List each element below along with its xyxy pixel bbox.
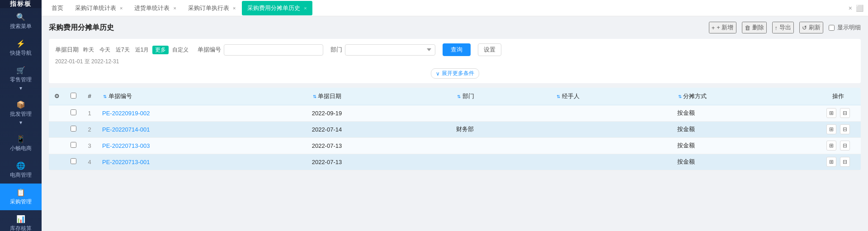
row-ops-3: ⊞ ⊟ [816, 154, 861, 170]
main-area: 首页 采购订单统计表 × 进货单统计表 × 采购订单执行表 × 采购费用分摊单历… [42, 0, 868, 231]
row-checkbox-0[interactable] [65, 105, 81, 121]
row-ops-0: ⊞ ⊟ [816, 105, 861, 121]
row-dept-3 [452, 154, 551, 170]
row-view-btn-0[interactable]: ⊞ [826, 108, 836, 118]
tab-close-icon[interactable]: × [849, 5, 852, 12]
row-view-btn-3[interactable]: ⊞ [826, 157, 836, 167]
tab-close-purchase-order-exec[interactable]: × [233, 5, 236, 11]
date-btn-more[interactable]: 更多 [152, 46, 169, 54]
row-split-method-1: 按金额 [673, 121, 816, 137]
col-dept[interactable]: ⇅ 部门 [452, 88, 551, 105]
row-setting-0 [49, 105, 65, 121]
row-view-btn-2[interactable]: ⊞ [826, 141, 836, 151]
doc-no-link-2[interactable]: PE-20220713-003 [102, 142, 150, 149]
col-split-method[interactable]: ⇅ 分摊方式 [673, 88, 816, 105]
expand-down-icon: ∨ [436, 71, 440, 77]
doc-no-filter: 单据编号 [198, 44, 323, 56]
tab-purchase-cost-history[interactable]: 采购费用分摊单历史 × [242, 1, 312, 15]
col-num: # [81, 88, 98, 105]
tab-purchase-order-exec[interactable]: 采购订单执行表 × [183, 1, 241, 15]
row-dept-1: 财务部 [452, 121, 551, 137]
date-btn-yesterday[interactable]: 昨天 [81, 46, 96, 54]
tab-close-purchase-goods-summary[interactable]: × [173, 5, 176, 11]
tab-bar: 首页 采购订单统计表 × 进货单统计表 × 采购订单执行表 × 采购费用分摊单历… [42, 0, 868, 16]
col-setting[interactable]: ⚙ [49, 88, 65, 105]
row-split-method-2: 按金额 [673, 137, 816, 154]
row-doc-no-3[interactable]: PE-20220713-001 [98, 154, 307, 170]
date-btn-custom[interactable]: 自定义 [170, 46, 190, 54]
row-checkbox-1[interactable] [65, 121, 81, 137]
row-check-2[interactable] [71, 142, 76, 148]
tab-maximize-icon[interactable]: ⬜ [856, 5, 863, 12]
row-edit-btn-3[interactable]: ⊟ [840, 157, 850, 167]
col-ops: 操作 [816, 88, 861, 105]
refresh-button[interactable]: ↺ 刷新 [799, 22, 823, 33]
tab-purchase-order-summary[interactable]: 采购订单统计表 × [70, 1, 128, 15]
sidebar-item-purchase[interactable]: 📋 采购管理 [0, 184, 42, 210]
sidebar-item-retail[interactable]: 🛒 零售管理 ▾ [0, 61, 42, 96]
row-edit-btn-1[interactable]: ⊟ [840, 124, 850, 134]
sidebar-item-wholesale[interactable]: 📦 批发管理 ▾ [0, 96, 42, 130]
date-shortcuts: 昨天 今天 近7天 近1月 更多 自定义 [81, 46, 190, 54]
row-dept-0 [452, 105, 551, 121]
table-row: 4 PE-20220713-001 2022-07-13 按金额 ⊞ ⊟ [49, 154, 861, 170]
export-button[interactable]: ↑ 导出 [772, 22, 794, 33]
row-checkbox-2[interactable] [65, 137, 81, 154]
sidebar-item-ecommerce[interactable]: 🌐 电商管理 [0, 157, 42, 184]
col-doc-no[interactable]: ⇅ 单据编号 [98, 88, 307, 105]
row-doc-no-0[interactable]: PE-20220919-002 [98, 105, 307, 121]
row-edit-btn-2[interactable]: ⊟ [840, 141, 850, 151]
expand-more-button[interactable]: ∨ 展开更多条件 [431, 68, 479, 79]
sidebar-item-search[interactable]: 🔍 搜索菜单 [0, 8, 42, 35]
tab-home[interactable]: 首页 [46, 1, 69, 15]
sidebar-item-quick[interactable]: ⚡ 快捷导航 [0, 35, 42, 61]
table-row: 2 PE-20220714-001 2022-07-14 财务部 按金额 ⊞ ⊟ [49, 121, 861, 137]
sort-icon-date: ⇅ [313, 94, 316, 99]
search-icon: 🔍 [16, 13, 25, 21]
row-handler-0 [551, 105, 672, 121]
show-detail-checkbox[interactable] [829, 25, 835, 31]
row-doc-no-2[interactable]: PE-20220713-003 [98, 137, 307, 154]
query-button[interactable]: 查询 [443, 43, 471, 56]
sidebar: 指标板 🔍 搜索菜单 ⚡ 快捷导航 🛒 零售管理 ▾ 📦 批发管理 ▾ 📱 小畅… [0, 0, 42, 231]
col-doc-date[interactable]: ⇅ 单据日期 [307, 88, 452, 105]
doc-no-link-0[interactable]: PE-20220919-002 [102, 110, 150, 117]
toolbar: + + 新增 🗑 删除 ↑ 导出 ↺ 刷新 显示明细 [709, 22, 861, 33]
date-filter: 单据日期 昨天 今天 近7天 近1月 更多 自定义 [55, 46, 190, 54]
show-detail-toggle[interactable]: 显示明细 [829, 24, 861, 32]
doc-no-link-3[interactable]: PE-20220713-001 [102, 159, 150, 165]
sidebar-item-mini[interactable]: 📱 小畅电商 [0, 130, 42, 157]
tab-close-purchase-cost-history[interactable]: × [304, 5, 307, 11]
row-split-method-3: 按金额 [673, 154, 816, 170]
row-check-0[interactable] [71, 109, 76, 115]
doc-no-link-1[interactable]: PE-20220714-001 [102, 126, 150, 133]
row-doc-no-1[interactable]: PE-20220714-001 [98, 121, 307, 137]
row-check-1[interactable] [71, 126, 76, 132]
col-handler[interactable]: ⇅ 经手人 [551, 88, 672, 105]
row-setting-2 [49, 137, 65, 154]
date-btn-7days[interactable]: 近7天 [114, 46, 132, 54]
add-button[interactable]: + + 新增 [709, 22, 736, 33]
row-check-3[interactable] [71, 158, 76, 164]
setting-button[interactable]: 设置 [478, 43, 501, 56]
tab-close-purchase-order-summary[interactable]: × [120, 5, 123, 11]
date-label: 单据日期 [55, 46, 79, 54]
row-setting-1 [49, 121, 65, 137]
row-edit-btn-0[interactable]: ⊟ [840, 108, 850, 118]
row-ops-2: ⊞ ⊟ [816, 137, 861, 154]
delete-button[interactable]: 🗑 删除 [742, 22, 767, 33]
tab-purchase-goods-summary[interactable]: 进货单统计表 × [129, 1, 181, 15]
row-checkbox-3[interactable] [65, 154, 81, 170]
row-view-btn-1[interactable]: ⊞ [826, 124, 836, 134]
doc-no-input[interactable] [224, 44, 323, 56]
date-btn-today[interactable]: 今天 [98, 46, 112, 54]
sidebar-item-inventory[interactable]: 📊 库存核算 [0, 210, 42, 231]
select-all-checkbox[interactable] [71, 93, 76, 99]
purchase-icon: 📋 [16, 188, 25, 197]
dept-select[interactable] [345, 44, 435, 56]
tab-actions: × ⬜ [849, 5, 863, 12]
date-btn-1month[interactable]: 近1月 [133, 46, 151, 54]
table-header-row: ⚙ # ⇅ 单据编号 ⇅ 单据日期 [49, 88, 861, 105]
date-range-display: 2022-01-01 至 2022-12-31 [55, 58, 854, 66]
col-checkbox [65, 88, 81, 105]
